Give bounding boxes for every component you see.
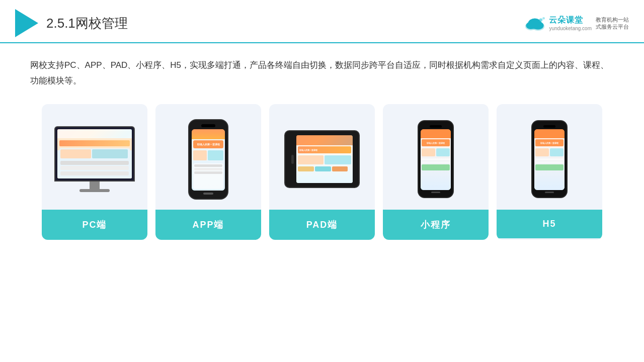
card-pc-image [42, 104, 147, 210]
tablet-screen: 职场人的第一堂课程 [296, 135, 353, 183]
card-h5-label: H5 [497, 210, 602, 238]
cloud-svg [523, 15, 547, 31]
card-miniprogram: 职场人的第一堂课程 小程序 [383, 104, 489, 240]
card-h5: 职场人的第一堂课程 H5 [497, 104, 602, 240]
play-icon [15, 9, 38, 37]
phone-mini-home [431, 192, 440, 193]
tablet-button [291, 155, 294, 164]
phone-h5-device: 职场人的第一堂课程 [531, 120, 568, 198]
logo-tagline-1: 教育机构一站 [596, 16, 629, 23]
logo-name: 云朵课堂 [549, 15, 583, 26]
phone-screen: 职场人的第一堂课程 [192, 129, 225, 191]
card-pad: 职场人的第一堂课程 PAD端 [269, 104, 375, 240]
page-title: 2.5.1网校管理 [46, 15, 128, 32]
card-mini-label: 小程序 [383, 210, 489, 240]
logo-tagline-2: 式服务云平台 [596, 23, 629, 30]
phone-mini-notch [430, 125, 442, 128]
monitor-display [57, 129, 132, 178]
header: 2.5.1网校管理 云朵课堂 yunduoketang.com 教育机构一 [0, 0, 644, 43]
card-app-image: 职场人的第一堂课程 [155, 104, 261, 210]
phone-mini-screen: 职场人的第一堂课程 [421, 129, 451, 190]
phone-h5-home [545, 192, 554, 193]
card-pc: PC端 [42, 104, 147, 240]
svg-point-7 [543, 17, 545, 20]
phone-mini-device: 职场人的第一堂课程 [418, 120, 454, 198]
card-pc-label: PC端 [42, 210, 147, 240]
monitor-base [79, 189, 110, 192]
logo-icon: 云朵课堂 yunduoketang.com 教育机构一站 式服务云平台 [523, 15, 629, 31]
phone-notch [201, 124, 215, 127]
monitor-stand [90, 182, 100, 189]
logo-area: 云朵课堂 yunduoketang.com 教育机构一站 式服务云平台 [523, 15, 629, 31]
tablet-device: 职场人的第一堂课程 [284, 130, 360, 188]
description-text: 网校支持PC、APP、PAD、小程序、H5，实现多端打通，产品各终端自由切换，数… [0, 43, 644, 99]
card-pad-image: 职场人的第一堂课程 [269, 104, 375, 210]
card-h5-image: 职场人的第一堂课程 [497, 104, 602, 210]
logo-url: yunduoketang.com [549, 26, 592, 31]
monitor-device [54, 126, 135, 192]
monitor-screen [54, 126, 135, 182]
card-app-label: APP端 [155, 210, 261, 240]
svg-point-6 [539, 18, 542, 21]
phone-h5-screen: 职场人的第一堂课程 [534, 129, 565, 190]
phone-home [203, 193, 213, 195]
card-mini-image: 职场人的第一堂课程 [383, 104, 489, 210]
header-left: 2.5.1网校管理 [15, 9, 128, 37]
phone-h5-notch [543, 125, 555, 128]
card-app: 职场人的第一堂课程 APP端 [155, 104, 261, 240]
cards-container: PC端 职场人的第一堂课程 [0, 99, 644, 250]
phone-app-device: 职场人的第一堂课程 [188, 119, 228, 200]
card-pad-label: PAD端 [269, 210, 375, 240]
